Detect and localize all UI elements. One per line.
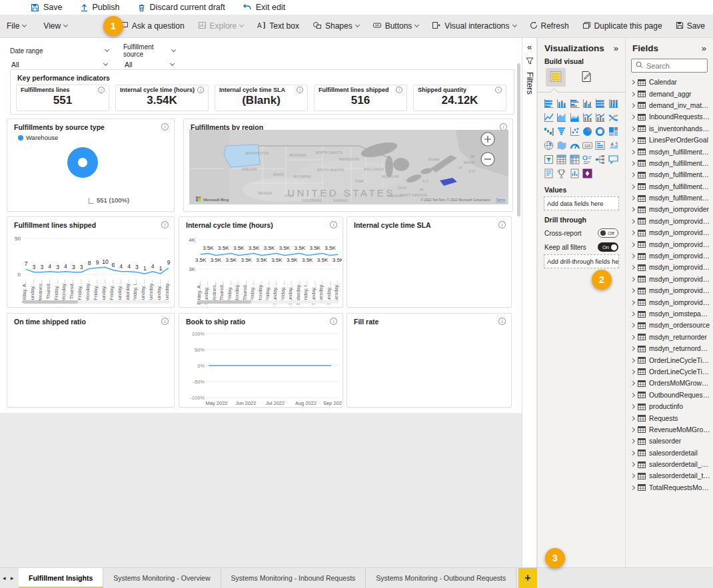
- map-zoom-in-button[interactable]: [481, 133, 494, 146]
- donut-chart-icon[interactable]: [594, 126, 606, 137]
- info-icon[interactable]: i: [330, 221, 337, 228]
- map-icon[interactable]: [543, 140, 554, 151]
- gauge-icon[interactable]: [569, 140, 580, 151]
- internal-cycle-time-chart[interactable]: 4K3K3.5K3.5K3.5K3.5K3.5K3.5K3.5K3.5K3.5K…: [182, 230, 340, 306]
- field-table-row[interactable]: msdyn_fulfillmentretur...: [626, 169, 713, 180]
- build-visual-tab[interactable]: [546, 68, 566, 87]
- slicer-icon[interactable]: [543, 154, 554, 165]
- kpi-card[interactable]: Internal cycle time (hours)i3.54K: [115, 85, 209, 111]
- save-draft-button[interactable]: Save: [31, 3, 63, 12]
- clustered-column-chart-icon[interactable]: [582, 98, 593, 109]
- map-state-washington[interactable]: [224, 145, 260, 167]
- stacked-bar-chart-icon[interactable]: [543, 98, 554, 109]
- funnel-chart-icon[interactable]: [556, 126, 567, 137]
- card-icon[interactable]: 123: [582, 140, 593, 151]
- kpi-card[interactable]: Internal cycle time SLAi(Blank): [215, 85, 308, 111]
- format-visual-tab[interactable]: [576, 68, 596, 87]
- tabs-scroll-right-arrow[interactable]: ▸: [11, 568, 14, 588]
- field-table-row[interactable]: msdyn_fulfillmentorder: [626, 146, 713, 157]
- field-table-row[interactable]: LinesPerOrderGoal: [626, 135, 713, 146]
- publish-button[interactable]: Publish: [80, 3, 120, 12]
- field-table-row[interactable]: OutboundRequestsMo...: [626, 390, 713, 401]
- fill-rate-visual[interactable]: Fill rate i: [347, 313, 512, 408]
- smart-narrative-icon[interactable]: [543, 168, 554, 179]
- line-and-stacked-column-chart-icon[interactable]: [582, 112, 593, 123]
- field-table-row[interactable]: msdyn_iomproviderme...: [626, 274, 713, 285]
- field-table-row[interactable]: demand_inv_matching: [626, 100, 713, 111]
- collapse-pane-icon[interactable]: «: [527, 42, 532, 52]
- search-input[interactable]: [646, 62, 703, 70]
- ribbon-chart-icon[interactable]: [608, 112, 619, 123]
- filled-map-icon[interactable]: [556, 140, 567, 151]
- metrics-icon[interactable]: [556, 168, 567, 179]
- bing-map[interactable]: WASHINGTONMONTANANORTH DAKOTAMINNESOTAWI…: [189, 130, 508, 206]
- field-table-row[interactable]: msdyn_fulfillmentsource: [626, 192, 713, 204]
- stacked-area-chart-icon[interactable]: [569, 112, 580, 123]
- field-table-row[interactable]: OrdersMoMGrowthRat...: [626, 378, 713, 389]
- page-tab[interactable]: Systems Monitoring - Outbound Requests: [366, 568, 516, 588]
- treemap-icon[interactable]: [608, 126, 619, 137]
- info-icon[interactable]: i: [297, 87, 303, 93]
- internal-cycle-time-visual[interactable]: Internal cycle time (hours) i 4K3K3.5K3.…: [179, 216, 343, 308]
- duplicate-page-button[interactable]: Duplicate this page: [582, 21, 662, 31]
- fulfillment-source-slicer[interactable]: Fulfillment source All: [123, 46, 175, 71]
- line-and-clustered-column-chart-icon[interactable]: [594, 112, 606, 123]
- file-menu[interactable]: File: [7, 21, 26, 31]
- paginated-report-icon[interactable]: [569, 168, 580, 179]
- exit-edit-button[interactable]: Exit edit: [243, 3, 285, 12]
- discard-draft-button[interactable]: Discard current draft: [137, 3, 225, 12]
- book-to-ship-ratio-visual[interactable]: Book to ship ratio i 100%50%0%-50%-100%M…: [179, 313, 343, 408]
- field-table-row[interactable]: msdyn_returnorderdetail: [626, 343, 713, 354]
- keep-all-filters-toggle[interactable]: On: [598, 242, 618, 252]
- add-drill-through-dropzone[interactable]: Add drill-through fields here: [544, 254, 619, 268]
- field-table-row[interactable]: msdyn_iomproviderdefi...: [626, 250, 713, 262]
- page-tab[interactable]: Systems Monitoring - Overview: [103, 568, 221, 588]
- on-time-shipped-ratio-visual[interactable]: On time shipped ratio i: [7, 313, 175, 408]
- field-table-row[interactable]: msdyn_iomproviderme...: [626, 262, 713, 273]
- info-icon[interactable]: i: [330, 318, 337, 325]
- map-terms-link[interactable]: Terms: [496, 198, 505, 202]
- expand-pane-icon[interactable]: »: [702, 43, 706, 53]
- refresh-button[interactable]: Refresh: [530, 21, 569, 31]
- hundred-percent-stacked-bar-chart-icon[interactable]: [594, 98, 606, 109]
- key-influencers-icon[interactable]: [582, 154, 593, 165]
- field-table-row[interactable]: TotalRequestsMoMGro...: [626, 482, 713, 493]
- info-icon[interactable]: i: [498, 221, 506, 228]
- field-table-row[interactable]: is_inventonhandsum: [626, 123, 713, 135]
- book-to-ship-ratio-chart[interactable]: 100%50%0%-50%-100%May 2022Jun 2022Jul 20…: [182, 327, 340, 406]
- field-table-row[interactable]: msdyn_iomprovideracti...: [626, 238, 713, 250]
- canvas-scrollbar[interactable]: [517, 63, 520, 216]
- kpi-card[interactable]: Fulfillments linesi551: [16, 85, 109, 111]
- expand-pane-icon[interactable]: »: [614, 43, 618, 53]
- field-table-row[interactable]: msdyn_iomprovideracti...: [626, 227, 713, 238]
- info-icon[interactable]: i: [495, 87, 502, 93]
- info-icon[interactable]: i: [396, 87, 402, 93]
- kpi-icon[interactable]: A: [608, 140, 619, 151]
- date-range-slicer[interactable]: Date range All: [10, 46, 109, 71]
- waterfall-chart-icon[interactable]: [543, 126, 554, 137]
- chart-h-scrollbar[interactable]: [198, 300, 251, 304]
- field-table-row[interactable]: RevenueMoMGrowthR...: [626, 424, 713, 436]
- field-table-row[interactable]: salesorderdetail: [626, 447, 713, 459]
- info-icon[interactable]: i: [98, 87, 105, 93]
- kpi-card[interactable]: Fulfillment lines shippedi516: [314, 85, 407, 111]
- map-zoom-out-button[interactable]: [481, 152, 494, 166]
- pie-chart-icon[interactable]: [582, 126, 593, 137]
- decomposition-tree-icon[interactable]: [594, 154, 606, 165]
- scatter-chart-icon[interactable]: [569, 126, 580, 137]
- fulfillment-lines-shipped-visual[interactable]: Fulfillment lines shipped i 500733434338…: [7, 216, 175, 308]
- matrix-icon[interactable]: [569, 154, 580, 165]
- field-table-row[interactable]: msdyn_iomstepactione...: [626, 308, 713, 320]
- field-table-row[interactable]: msdyn_iomproviderme...: [626, 285, 713, 296]
- ask-a-question-button[interactable]: Ask a question: [120, 21, 185, 31]
- info-icon[interactable]: i: [161, 123, 169, 131]
- field-table-row[interactable]: InboundRequestsMoM...: [626, 111, 713, 123]
- info-icon[interactable]: i: [161, 221, 169, 228]
- field-table-row[interactable]: msdyn_iomprovideracti...: [626, 216, 713, 227]
- line-chart-icon[interactable]: [543, 112, 554, 123]
- explore-menu[interactable]: Explore: [198, 21, 244, 31]
- filters-pane-label[interactable]: Filters: [525, 72, 534, 95]
- info-icon[interactable]: i: [161, 318, 169, 325]
- field-table-row[interactable]: Calendar: [626, 77, 713, 88]
- field-table-row[interactable]: salesorder: [626, 436, 713, 447]
